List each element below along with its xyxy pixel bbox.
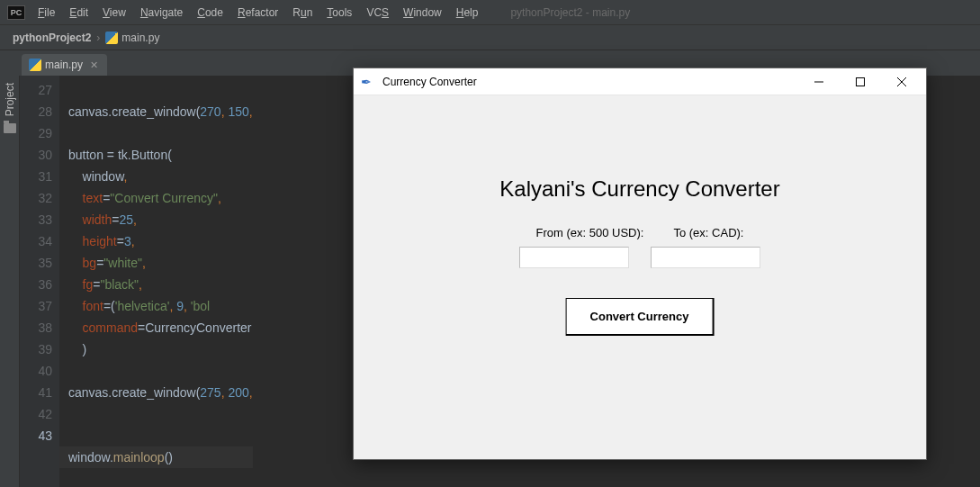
tab-label: main.py	[45, 59, 83, 71]
menu-tools[interactable]: Tools	[327, 6, 352, 19]
to-input[interactable]	[651, 247, 760, 268]
menu-help[interactable]: Help	[456, 6, 479, 19]
menu-edit[interactable]: Edit	[69, 6, 88, 19]
code-area[interactable]: canvas.create_window(270, 150, button = …	[59, 76, 253, 487]
line-gutter: 2728293031323334353637383940414243	[20, 76, 59, 487]
breadcrumb-project[interactable]: pythonProject2	[13, 32, 91, 44]
menu-view[interactable]: View	[103, 6, 126, 19]
menu-file[interactable]: File	[38, 6, 55, 19]
from-label: From (ex: 500 USD):	[536, 226, 644, 239]
menu-window[interactable]: Window	[403, 6, 442, 19]
project-tool-label: Project	[4, 83, 16, 116]
ide-menubar: PC File Edit View Navigate Code Refactor…	[0, 0, 980, 25]
project-tool-strip[interactable]: Project	[0, 76, 20, 487]
close-button[interactable]	[881, 68, 922, 95]
menu-vcs[interactable]: VCS	[366, 6, 389, 19]
convert-button[interactable]: Convert Currency	[566, 298, 715, 336]
tk-feather-icon: ✒	[361, 75, 375, 89]
maximize-button[interactable]	[840, 68, 881, 95]
breadcrumb-sep-icon: ›	[96, 32, 100, 44]
pycharm-logo-icon: PC	[7, 5, 25, 20]
svg-rect-1	[857, 77, 865, 86]
from-input[interactable]	[519, 247, 629, 268]
breadcrumb-file[interactable]: main.py	[121, 32, 159, 44]
tkinter-window[interactable]: ✒ Currency Converter Kalyani's Currency …	[353, 68, 927, 460]
tk-title: Currency Converter	[382, 76, 798, 88]
app-heading: Kalyani's Currency Converter	[354, 176, 926, 202]
breadcrumb: pythonProject2 › main.py	[0, 25, 980, 50]
menu-code[interactable]: Code	[197, 6, 223, 19]
window-context-label: pythonProject2 - main.py	[510, 6, 630, 19]
editor-tab[interactable]: main.py ✕	[22, 54, 107, 76]
tk-body: Kalyani's Currency Converter From (ex: 5…	[354, 95, 926, 459]
menu-navigate[interactable]: Navigate	[140, 6, 183, 19]
close-icon[interactable]: ✕	[90, 59, 98, 71]
minimize-button[interactable]	[798, 68, 840, 95]
python-file-icon	[29, 59, 41, 71]
menu-refactor[interactable]: Refactor	[238, 6, 278, 19]
to-label: To (ex: CAD):	[673, 226, 743, 239]
tk-titlebar[interactable]: ✒ Currency Converter	[354, 68, 926, 95]
python-file-icon	[105, 32, 118, 44]
folder-icon	[4, 123, 16, 133]
menu-run[interactable]: Run	[292, 6, 312, 19]
